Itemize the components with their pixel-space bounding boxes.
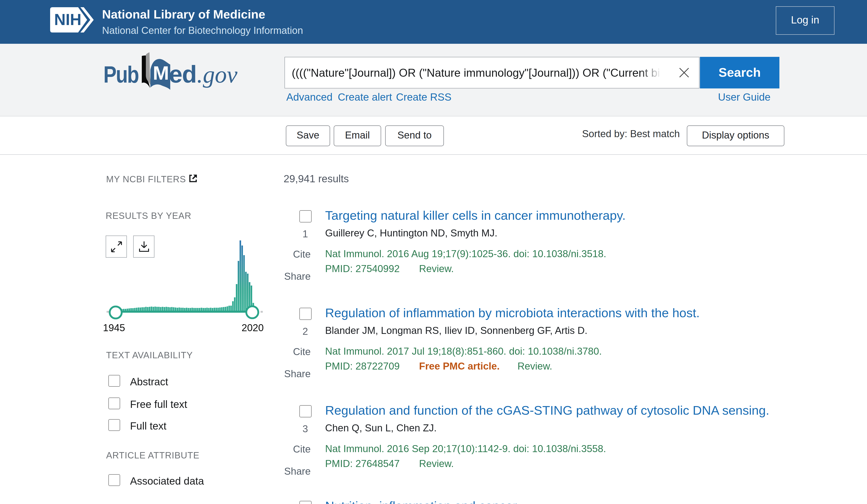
svg-text:NIH: NIH: [54, 11, 82, 29]
svg-text:M: M: [153, 62, 169, 84]
